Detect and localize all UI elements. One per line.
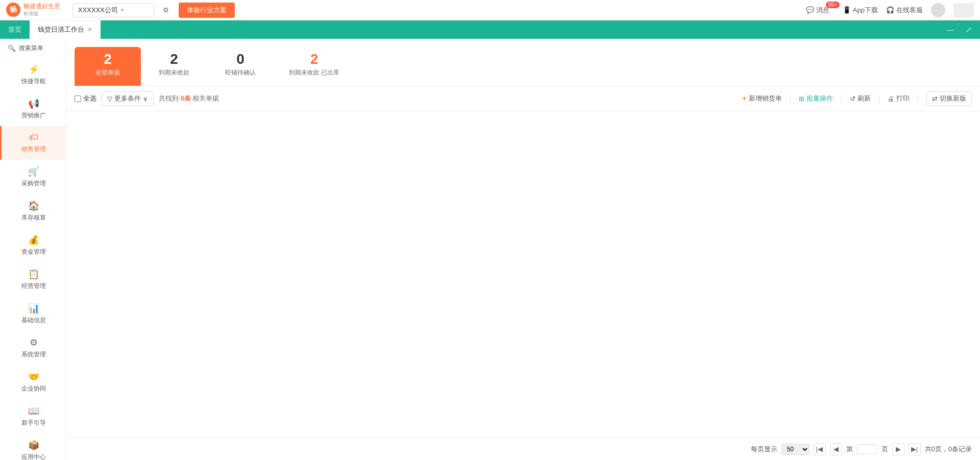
- last-page-button[interactable]: ▶|: [909, 443, 921, 455]
- company-selector[interactable]: XXXXXX公司 ▾: [72, 3, 154, 17]
- next-page-button[interactable]: ▶: [892, 443, 904, 455]
- card-overdue-unpaid-number: 2: [170, 52, 178, 66]
- online-service-button[interactable]: 🎧 在线客服: [886, 6, 923, 15]
- guide-icon: 📖: [28, 405, 39, 417]
- per-page-select[interactable]: 50 20 100: [781, 444, 810, 455]
- print-button[interactable]: 🖨 打印: [888, 94, 910, 103]
- found-text: 共找到 0条 相关单据: [159, 94, 219, 103]
- switch-icon: ⇄: [932, 95, 938, 103]
- card-all-number: 2: [104, 52, 112, 66]
- card-all[interactable]: 2 全部单据: [75, 47, 141, 86]
- messages-badge: 99+: [826, 2, 840, 8]
- add-sale-order-button[interactable]: + 新增销货单: [742, 94, 782, 103]
- refresh-button[interactable]: ↺ 刷新: [850, 94, 871, 103]
- maximize-button[interactable]: ⤢: [962, 22, 976, 37]
- print-icon: 🖨: [888, 95, 894, 103]
- sidebar-item-marketing[interactable]: 📢 营销推广: [0, 92, 66, 126]
- page-prefix: 第: [846, 445, 853, 454]
- nav-right-actions: — ⤢: [943, 22, 980, 37]
- filter-icon: ▽: [107, 95, 112, 103]
- quick-nav-icon: ⚡: [28, 64, 39, 75]
- app-download-button[interactable]: 📱 App下载: [843, 6, 878, 15]
- first-page-button[interactable]: |◀: [814, 443, 826, 455]
- prev-page-button[interactable]: ◀: [830, 443, 842, 455]
- sidebar-item-finance[interactable]: 💰 资金管理: [0, 228, 66, 262]
- plus-icon: +: [742, 94, 747, 103]
- sidebar-item-purchase[interactable]: 🛒 采购管理: [0, 160, 66, 194]
- card-all-label: 全部单据: [95, 68, 120, 77]
- settings-button[interactable]: ⚙: [158, 3, 174, 18]
- top-header: 畅 畅捷通好生意 标准版 XXXXXX公司 ▾ ⚙ 体验行业方案 💬 消息 99…: [0, 0, 980, 20]
- card-overdue-unpaid[interactable]: 2 到期未收款: [141, 47, 207, 86]
- card-wangpai-confirm[interactable]: 0 旺铺待确认: [207, 47, 274, 86]
- sidebar-item-basic-info[interactable]: 📊 基础信息: [0, 297, 66, 331]
- messages-button[interactable]: 💬 消息 99+: [801, 6, 835, 15]
- summary-cards: 2 全部单据 2 到期未收款 0 旺铺待确认 2 到期未收款 已出库: [66, 39, 980, 86]
- table-area: [66, 111, 980, 438]
- select-all-label: 全选: [83, 94, 96, 103]
- close-tab-icon[interactable]: ✕: [87, 26, 92, 33]
- sidebar-item-quick-nav[interactable]: ⚡ 快捷导航: [0, 58, 66, 92]
- tab-label: 钱货日清工作台: [38, 25, 84, 34]
- divider3: [879, 95, 879, 102]
- per-page-label: 每页显示: [751, 445, 777, 454]
- system-icon: ⚙: [30, 337, 38, 348]
- sidebar-item-sales[interactable]: 🏷 销售管理: [0, 126, 66, 160]
- checkbox-input[interactable]: [75, 95, 81, 102]
- sidebar-item-app-center[interactable]: 📦 应用中心: [0, 433, 66, 460]
- pagination-bar: 每页显示 50 20 100 |◀ ◀ 第 1 页 ▶ ▶| 共0页，0条记录: [66, 438, 980, 460]
- refresh-icon: ↺: [850, 95, 855, 103]
- sidebar: 🔍 搜索菜单 ⚡ 快捷导航 📢 营销推广 🏷 销售管理 🛒 采购管理 🏠 库存核…: [0, 39, 66, 460]
- search-menu-item[interactable]: 🔍 搜索菜单: [0, 39, 66, 58]
- sales-icon: 🏷: [29, 132, 38, 143]
- divider: [790, 95, 791, 102]
- enterprise-icon: 🤝: [28, 371, 39, 382]
- avatar[interactable]: [931, 3, 945, 17]
- marketing-icon: 📢: [28, 98, 39, 109]
- toolbar-right: + 新增销货单 ⊞ 批量操作 ↺ 刷新 🖨 打印: [742, 91, 972, 106]
- content-area: 2 全部单据 2 到期未收款 0 旺铺待确认 2 到期未收款 已出库 全选: [66, 39, 980, 460]
- header-right: 💬 消息 99+ 📱 App下载 🎧 在线客服: [801, 3, 974, 17]
- service-icon: 🎧: [886, 6, 894, 14]
- gear-icon: ⚙: [163, 6, 169, 14]
- sidebar-item-inventory[interactable]: 🏠 库存核算: [0, 194, 66, 228]
- message-icon: 💬: [806, 6, 814, 14]
- card-overdue-unshipped-number: 2: [310, 52, 318, 66]
- user-menu-button[interactable]: [953, 3, 974, 17]
- total-info: 共0页，0条记录: [925, 445, 972, 454]
- sidebar-item-enterprise[interactable]: 🤝 企业协同: [0, 365, 66, 399]
- operations-icon: 📋: [28, 269, 39, 280]
- nav-tabs: 首页 钱货日清工作台 ✕ — ⤢: [0, 20, 980, 39]
- main-layout: 🔍 搜索菜单 ⚡ 快捷导航 📢 营销推广 🏷 销售管理 🛒 采购管理 🏠 库存核…: [0, 39, 980, 460]
- switch-new-version-button[interactable]: ⇄ 切换新版: [926, 91, 972, 106]
- tab-home[interactable]: 首页: [0, 20, 30, 39]
- select-all-checkbox[interactable]: 全选: [75, 94, 96, 103]
- app-name: 畅捷通好生意: [23, 3, 60, 10]
- finance-icon: 💰: [28, 234, 39, 246]
- found-count: 0条: [181, 94, 191, 102]
- sidebar-item-operations[interactable]: 📋 经营管理: [0, 262, 66, 297]
- basic-info-icon: 📊: [28, 303, 39, 314]
- batch-operation-button[interactable]: ⊞ 批量操作: [799, 94, 833, 103]
- sidebar-item-system[interactable]: ⚙ 系统管理: [0, 331, 66, 365]
- card-wangpai-label: 旺铺待确认: [225, 68, 256, 77]
- filter-button[interactable]: ▽ 更多条件 ∨: [102, 91, 154, 106]
- logo-icon: 畅: [6, 3, 20, 17]
- company-name: XXXXXX公司: [78, 6, 118, 15]
- card-overdue-unpaid-label: 到期未收款: [159, 68, 189, 77]
- sidebar-item-guide[interactable]: 📖 新手引导: [0, 399, 66, 433]
- search-icon: 🔍: [8, 44, 16, 52]
- tab-qhrq[interactable]: 钱货日清工作台 ✕: [30, 20, 101, 39]
- logo-area: 畅 畅捷通好生意 标准版: [6, 3, 72, 17]
- chevron-down-icon: ▾: [121, 7, 124, 13]
- minimize-button[interactable]: —: [943, 22, 958, 37]
- app-center-icon: 📦: [28, 440, 39, 451]
- batch-icon: ⊞: [799, 95, 804, 103]
- toolbar: 全选 ▽ 更多条件 ∨ 共找到 0条 相关单据 + 新增销货单 ⊞: [66, 86, 980, 111]
- trial-button[interactable]: 体验行业方案: [179, 3, 235, 18]
- card-overdue-unshipped[interactable]: 2 到期未收款 已出库: [274, 47, 355, 86]
- page-input[interactable]: 1: [857, 444, 877, 454]
- page-suffix: 页: [881, 445, 888, 454]
- purchase-icon: 🛒: [28, 166, 39, 177]
- search-label: 搜索菜单: [19, 44, 43, 53]
